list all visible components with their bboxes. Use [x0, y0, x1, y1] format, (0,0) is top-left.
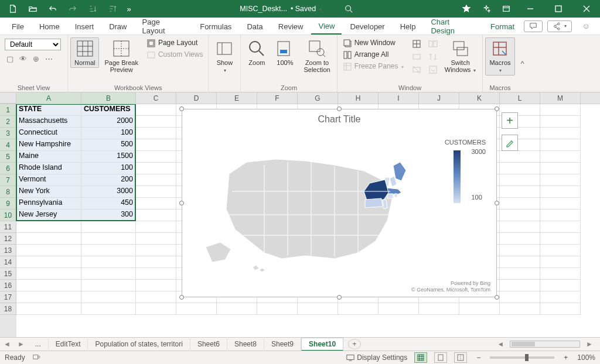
redo-icon[interactable]: [63, 1, 82, 16]
row-header[interactable]: 6: [0, 163, 16, 174]
cell[interactable]: [136, 221, 176, 233]
cell[interactable]: Pennsylvania: [16, 198, 81, 210]
column-header[interactable]: J: [419, 92, 459, 104]
reset-window-button[interactable]: [427, 63, 439, 76]
sheet-view-select[interactable]: Default: [5, 39, 61, 50]
sheet-tab-overflow[interactable]: ...: [28, 338, 49, 350]
tab-developer[interactable]: Developer: [343, 19, 391, 34]
cell[interactable]: [540, 163, 581, 174]
cell-grid[interactable]: Chart Title CUSTOMERS 3000100: [16, 104, 600, 337]
cell[interactable]: [500, 291, 540, 303]
cell[interactable]: [540, 256, 581, 268]
cell[interactable]: 100: [81, 163, 136, 174]
cell[interactable]: 500: [81, 139, 136, 151]
cell[interactable]: [136, 198, 176, 210]
cell[interactable]: [500, 221, 540, 233]
row-header[interactable]: 10: [0, 210, 16, 221]
row-header[interactable]: 16: [0, 280, 16, 291]
cell[interactable]: New Jersey: [16, 210, 81, 221]
cell[interactable]: [540, 291, 581, 303]
display-settings-button[interactable]: Display Settings: [346, 353, 407, 362]
cell[interactable]: [500, 198, 540, 210]
page-layout-view-icon[interactable]: [434, 352, 447, 363]
tab-formulas[interactable]: Formulas: [193, 19, 238, 34]
cell[interactable]: [81, 280, 136, 291]
cell[interactable]: [540, 174, 581, 186]
cell[interactable]: STATE: [16, 104, 81, 116]
tab-scroll-right[interactable]: ►: [14, 340, 28, 348]
row-header[interactable]: 9: [0, 198, 16, 210]
share-button[interactable]: ▾: [547, 20, 572, 32]
sync-scrolling-button[interactable]: [427, 50, 439, 63]
search-icon[interactable]: [339, 1, 358, 16]
cell[interactable]: [500, 151, 540, 163]
day-mode-icon[interactable]: ☺: [577, 19, 595, 34]
minimize-button[interactable]: [517, 0, 544, 18]
cell[interactable]: [136, 104, 176, 116]
cell[interactable]: [257, 303, 298, 315]
cell[interactable]: 450: [81, 198, 136, 210]
map-chart-object[interactable]: Chart Title CUSTOMERS 3000100: [182, 109, 497, 297]
macro-record-icon[interactable]: [32, 353, 40, 363]
row-header[interactable]: 14: [0, 256, 16, 268]
cell[interactable]: [500, 163, 540, 174]
page-layout-button[interactable]: Page Layout: [144, 37, 206, 49]
row-header[interactable]: 18: [0, 303, 16, 315]
unhide-button[interactable]: [410, 63, 423, 76]
cell[interactable]: [81, 221, 136, 233]
page-break-preview-button[interactable]: Page Break Preview: [100, 37, 142, 75]
normal-view-button[interactable]: Normal: [70, 37, 99, 68]
new-file-icon[interactable]: [4, 1, 22, 16]
cell[interactable]: [419, 303, 459, 315]
exit-view-icon[interactable]: 👁: [18, 54, 28, 63]
column-header[interactable]: I: [379, 92, 419, 104]
cell[interactable]: [136, 268, 176, 280]
cell[interactable]: [136, 210, 176, 221]
cell[interactable]: [136, 256, 176, 268]
cell[interactable]: [540, 151, 581, 163]
cell[interactable]: 300: [81, 210, 136, 221]
cell[interactable]: [540, 139, 581, 151]
cell[interactable]: CUSTOMERS: [81, 104, 136, 116]
tab-data[interactable]: Data: [240, 19, 270, 34]
sheet-tab-active[interactable]: Sheet10: [301, 338, 343, 351]
cell[interactable]: [540, 128, 581, 139]
comments-button[interactable]: [524, 20, 543, 32]
cell[interactable]: Massachusetts: [16, 116, 81, 128]
column-header[interactable]: D: [176, 92, 217, 104]
freeze-panes-button[interactable]: Freeze Panes ▾: [340, 61, 407, 73]
row-header[interactable]: 1: [0, 104, 16, 116]
cell[interactable]: [136, 163, 176, 174]
zoom-level[interactable]: 100%: [577, 353, 595, 362]
tab-insert[interactable]: Insert: [68, 19, 101, 34]
open-file-icon[interactable]: [23, 1, 42, 16]
zoom-in-button[interactable]: +: [561, 353, 570, 362]
arrange-all-button[interactable]: Arrange All: [340, 49, 407, 61]
new-view-icon[interactable]: ⊕: [30, 54, 41, 63]
cell[interactable]: [81, 256, 136, 268]
row-header[interactable]: 15: [0, 268, 16, 280]
cell[interactable]: [540, 245, 581, 256]
cell[interactable]: New York: [16, 186, 81, 198]
column-header[interactable]: L: [500, 92, 540, 104]
cell[interactable]: [338, 303, 379, 315]
cell[interactable]: [136, 174, 176, 186]
cell[interactable]: [16, 245, 81, 256]
cell[interactable]: [136, 245, 176, 256]
close-button[interactable]: [573, 0, 600, 18]
row-header[interactable]: 11: [0, 221, 16, 233]
ribbon-display-icon[interactable]: [497, 1, 516, 16]
cell[interactable]: [500, 186, 540, 198]
cell[interactable]: [16, 280, 81, 291]
cell[interactable]: Connecticut: [16, 128, 81, 139]
tab-draw[interactable]: Draw: [102, 19, 134, 34]
chart-styles-button[interactable]: [502, 135, 518, 151]
cell[interactable]: Maine: [16, 151, 81, 163]
cell[interactable]: [81, 233, 136, 245]
cell[interactable]: [16, 221, 81, 233]
column-header[interactable]: B: [81, 92, 136, 104]
tab-home[interactable]: Home: [32, 19, 67, 34]
cell[interactable]: Rhode Island: [16, 163, 81, 174]
cell[interactable]: [16, 256, 81, 268]
sheet-tab[interactable]: Sheet9: [264, 338, 301, 350]
